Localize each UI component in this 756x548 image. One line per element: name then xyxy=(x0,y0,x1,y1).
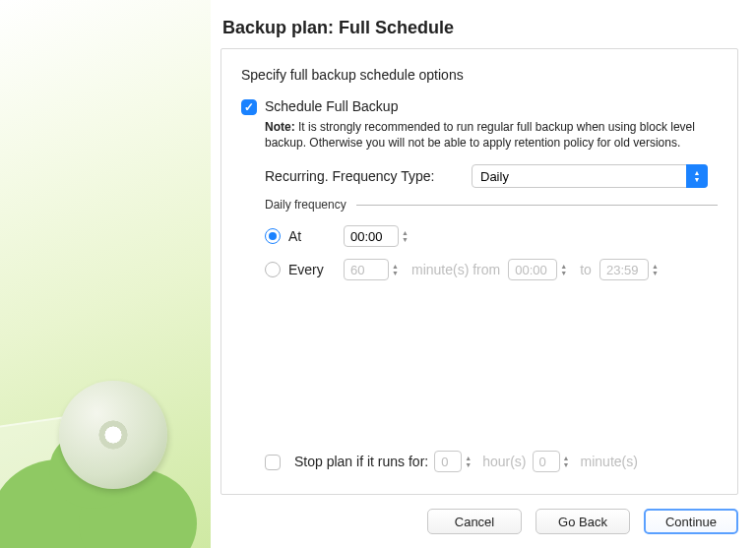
main-area: Backup plan: Full Schedule Specify full … xyxy=(211,0,756,548)
frequency-label: Recurring. Frequency Type: xyxy=(265,168,472,184)
stepper-arrows-icon[interactable]: ▲▼ xyxy=(465,451,476,472)
backup-schedule-window: Backup plan: Full Schedule Specify full … xyxy=(0,0,756,548)
stop-minutes-stepper[interactable]: ▲▼ xyxy=(533,451,575,472)
every-value-input[interactable] xyxy=(344,259,389,280)
every-to-label: to xyxy=(580,262,592,277)
stepper-arrows-icon[interactable]: ▲▼ xyxy=(560,259,572,280)
frequency-row: Recurring. Frequency Type: ▲▼ xyxy=(265,164,718,188)
select-arrows-icon: ▲▼ xyxy=(686,164,708,188)
daily-frequency-divider: Daily frequency xyxy=(265,198,718,212)
page-title: Backup plan: Full Schedule xyxy=(222,18,738,38)
at-label: At xyxy=(288,228,336,244)
stepper-arrows-icon[interactable]: ▲▼ xyxy=(563,451,575,472)
stop-plan-checkbox[interactable] xyxy=(265,455,281,470)
stop-plan-label: Stop plan if it runs for: xyxy=(294,454,428,469)
every-to-input[interactable] xyxy=(599,259,649,280)
at-time-stepper[interactable]: ▲▼ xyxy=(344,225,413,247)
sidebar-illustration xyxy=(0,0,211,548)
disc-graphic xyxy=(59,381,167,489)
at-row: At ▲▼ xyxy=(265,225,718,247)
frequency-value[interactable] xyxy=(472,164,708,188)
daily-frequency-label: Daily frequency xyxy=(265,198,346,212)
cancel-button[interactable]: Cancel xyxy=(427,509,522,534)
note-prefix: Note: xyxy=(265,120,295,134)
continue-button[interactable]: Continue xyxy=(644,509,738,534)
schedule-full-backup-label: Schedule Full Backup xyxy=(265,98,398,114)
at-radio[interactable] xyxy=(265,228,281,244)
every-from-stepper[interactable]: ▲▼ xyxy=(508,259,572,280)
stop-minutes-unit: minute(s) xyxy=(581,454,638,469)
stepper-arrows-icon[interactable]: ▲▼ xyxy=(392,259,404,280)
stop-minutes-input[interactable] xyxy=(533,451,560,472)
stop-plan-row: Stop plan if it runs for: ▲▼ hour(s) ▲▼ … xyxy=(265,451,638,472)
stop-hours-unit: hour(s) xyxy=(482,454,526,469)
divider-line xyxy=(356,205,718,206)
stepper-arrows-icon[interactable]: ▲▼ xyxy=(652,259,663,280)
schedule-note: Note: It is strongly recommended to run … xyxy=(265,119,718,151)
every-label: Every xyxy=(288,262,336,277)
every-from-input[interactable] xyxy=(508,259,557,280)
stop-hours-input[interactable] xyxy=(434,451,462,472)
schedule-checkbox-row: Schedule Full Backup xyxy=(241,98,718,115)
stepper-arrows-icon[interactable]: ▲▼ xyxy=(402,225,413,247)
note-text: It is strongly recommended to run regula… xyxy=(265,120,695,150)
every-row: Every ▲▼ minute(s) from ▲▼ to ▲▼ xyxy=(265,259,718,280)
at-time-input[interactable] xyxy=(344,225,399,247)
options-panel: Specify full backup schedule options Sch… xyxy=(220,48,738,495)
go-back-button[interactable]: Go Back xyxy=(536,509,630,534)
footer-buttons: Cancel Go Back Continue xyxy=(220,509,738,534)
schedule-full-backup-checkbox[interactable] xyxy=(241,99,257,115)
frequency-select[interactable]: ▲▼ xyxy=(472,164,708,188)
every-to-stepper[interactable]: ▲▼ xyxy=(599,259,663,280)
every-unit-text: minute(s) from xyxy=(411,262,500,277)
every-radio[interactable] xyxy=(265,262,281,277)
every-value-stepper[interactable]: ▲▼ xyxy=(344,259,404,280)
panel-subtitle: Specify full backup schedule options xyxy=(241,67,718,83)
stop-hours-stepper[interactable]: ▲▼ xyxy=(434,451,476,472)
